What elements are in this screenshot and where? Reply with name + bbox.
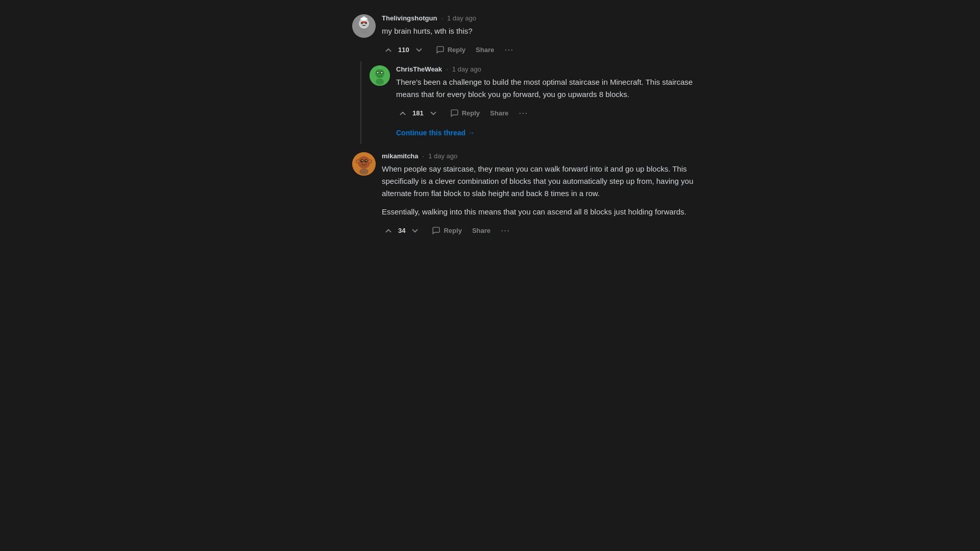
comment-body: There's been a challenge to build the mo…	[396, 76, 709, 101]
share-button[interactable]: Share	[486, 106, 512, 120]
downvote-button[interactable]	[412, 43, 426, 57]
comment-meta: mikamitcha · 1 day ago	[382, 152, 709, 160]
comment-time: 1 day ago	[428, 152, 457, 160]
nested-comment-container: ChrisTheWeak · 1 day ago There's been a …	[360, 61, 709, 144]
comment-time: 1 day ago	[452, 65, 481, 73]
reply-button[interactable]: Reply	[428, 223, 465, 238]
comment-actions: 34 Reply Share	[382, 223, 709, 238]
upvote-button[interactable]	[382, 224, 395, 237]
svg-point-20	[358, 156, 370, 169]
svg-point-8	[363, 16, 365, 18]
upvote-icon	[384, 45, 393, 55]
more-options-button[interactable]: ···	[500, 42, 518, 57]
continue-thread-link[interactable]: Continue this thread →	[396, 126, 709, 140]
vote-count: 181	[412, 109, 424, 117]
downvote-icon	[414, 45, 424, 55]
share-button[interactable]: Share	[468, 224, 495, 237]
reply-button[interactable]: Reply	[432, 42, 470, 57]
svg-point-28	[369, 160, 371, 162]
upvote-button[interactable]	[382, 43, 395, 57]
svg-point-17	[376, 79, 384, 85]
reply-icon	[432, 226, 440, 235]
upvote-button[interactable]	[396, 107, 409, 120]
comment-content: mikamitcha · 1 day ago When people say s…	[382, 152, 709, 238]
comment-meta: Thelivingshotgun · 1 day ago	[382, 14, 709, 22]
avatar	[352, 152, 376, 176]
vote-section: 110	[382, 43, 426, 57]
svg-rect-10	[360, 29, 368, 34]
comment-body: my brain hurts, wth is this?	[382, 25, 709, 37]
svg-point-27	[357, 160, 359, 162]
comment-content: Thelivingshotgun · 1 day ago my brain hu…	[382, 14, 709, 57]
vote-section: 34	[382, 224, 422, 237]
upvote-icon	[398, 109, 407, 118]
svg-point-16	[381, 72, 383, 74]
comment-actions: 181 Reply	[396, 106, 709, 121]
comment-meta: ChrisTheWeak · 1 day ago	[396, 65, 709, 73]
comment-item: Thelivingshotgun · 1 day ago my brain hu…	[352, 10, 709, 61]
avatar	[370, 65, 390, 86]
svg-point-29	[359, 169, 369, 175]
downvote-button[interactable]	[408, 224, 422, 237]
comment-item: ChrisTheWeak · 1 day ago There's been a …	[370, 61, 709, 144]
comment-time: 1 day ago	[447, 14, 476, 22]
share-button[interactable]: Share	[472, 43, 498, 57]
svg-point-24	[366, 160, 367, 161]
downvote-button[interactable]	[427, 107, 440, 120]
reply-icon	[450, 109, 459, 117]
downvote-icon	[410, 226, 420, 235]
vote-section: 181	[396, 107, 440, 120]
more-options-button[interactable]: ···	[497, 223, 514, 238]
avatar	[352, 14, 376, 38]
more-options-button[interactable]: ···	[514, 106, 532, 121]
comment-author: Thelivingshotgun	[382, 14, 437, 22]
comment-author: mikamitcha	[382, 152, 419, 160]
comment-item: mikamitcha · 1 day ago When people say s…	[352, 148, 709, 242]
upvote-icon	[384, 226, 393, 235]
svg-point-15	[377, 72, 379, 74]
svg-rect-5	[362, 25, 365, 26]
reply-icon	[436, 45, 445, 54]
svg-point-23	[362, 160, 363, 161]
vote-count: 110	[398, 46, 409, 54]
vote-count: 34	[398, 227, 405, 234]
comment-actions: 110 Reply Share	[382, 42, 709, 57]
svg-rect-9	[362, 21, 366, 23]
downvote-icon	[429, 109, 438, 118]
page-container: Thelivingshotgun · 1 day ago my brain hu…	[260, 0, 720, 252]
comment-body: When people say staircase, they mean you…	[382, 163, 709, 218]
reply-button[interactable]: Reply	[446, 106, 484, 121]
comment-content: ChrisTheWeak · 1 day ago There's been a …	[396, 65, 709, 140]
comment-author: ChrisTheWeak	[396, 65, 442, 73]
comment-thread: Thelivingshotgun · 1 day ago my brain hu…	[352, 10, 709, 242]
